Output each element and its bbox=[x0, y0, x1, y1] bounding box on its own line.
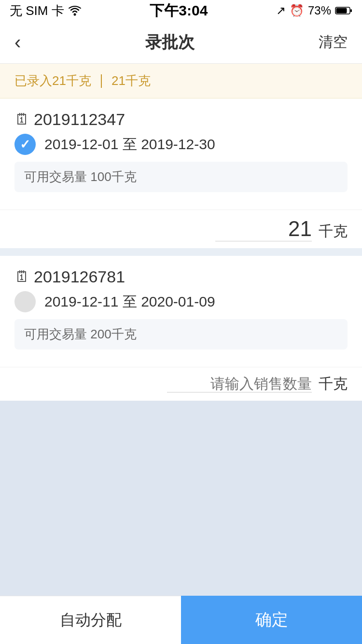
batch-item-1: 🗓 2019112347 ✓ 2019-12-01 至 2019-12-30 可… bbox=[0, 98, 362, 210]
status-time: 下午3:04 bbox=[150, 1, 208, 21]
page-title: 录批次 bbox=[145, 31, 195, 54]
svg-rect-2 bbox=[350, 9, 352, 12]
batch-item-2: 🗓 2019126781 2019-12-11 至 2020-01-09 可用交… bbox=[0, 256, 362, 367]
batch-1-header: 🗓 2019112347 bbox=[14, 110, 348, 129]
batch-2-id: 2019126781 bbox=[34, 267, 125, 286]
gray-area bbox=[0, 401, 362, 603]
recorded-value: 21千克 bbox=[111, 72, 151, 89]
section-divider bbox=[0, 248, 362, 256]
batch-1-id: 2019112347 bbox=[34, 110, 125, 129]
battery-icon bbox=[335, 6, 352, 15]
checkmark-icon: ✓ bbox=[20, 137, 30, 152]
batch-1-unit: 千克 bbox=[319, 222, 348, 241]
status-left: 无 SIM 卡 bbox=[10, 2, 82, 19]
batch-2-date: 2019-12-11 至 2020-01-09 bbox=[44, 292, 215, 312]
back-button[interactable]: ‹ bbox=[14, 31, 21, 53]
no-sim-text: 无 SIM 卡 bbox=[10, 2, 64, 19]
clear-button[interactable]: 清空 bbox=[319, 32, 348, 52]
confirm-button[interactable]: 确定 bbox=[181, 596, 362, 644]
batch-1-available: 可用交易量 100千克 bbox=[14, 162, 348, 192]
batch-2-checkbox[interactable] bbox=[14, 291, 36, 312]
batch-1-amount-input[interactable] bbox=[215, 217, 312, 241]
auto-distribute-button[interactable]: 自动分配 bbox=[0, 596, 181, 644]
wifi-icon bbox=[68, 5, 82, 16]
batch-2-amount-row: 千克 bbox=[0, 367, 362, 401]
batch-2-date-row: 2019-12-11 至 2020-01-09 bbox=[14, 291, 348, 312]
nav-bar: ‹ 录批次 清空 bbox=[0, 21, 362, 64]
arrow-icon: ↗ bbox=[276, 4, 286, 17]
info-divider bbox=[101, 74, 102, 88]
batch-2-amount-input[interactable] bbox=[167, 376, 312, 392]
batch-2-header: 🗓 2019126781 bbox=[14, 267, 348, 286]
batch-1-date: 2019-12-01 至 2019-12-30 bbox=[44, 135, 215, 154]
status-right: ↗ ⏰ 73% bbox=[276, 4, 352, 17]
status-bar: 无 SIM 卡 下午3:04 ↗ ⏰ 73% bbox=[0, 0, 362, 21]
svg-point-0 bbox=[73, 14, 76, 16]
bottom-bar: 自动分配 确定 bbox=[0, 596, 362, 644]
battery-percent: 73% bbox=[308, 4, 331, 17]
batch-1-checkbox[interactable]: ✓ bbox=[14, 134, 36, 155]
alarm-icon: ⏰ bbox=[290, 4, 304, 17]
batch-1-id-icon: 🗓 bbox=[14, 111, 30, 128]
batch-2-available: 可用交易量 200千克 bbox=[14, 319, 348, 350]
batch-1-date-row: ✓ 2019-12-01 至 2019-12-30 bbox=[14, 134, 348, 155]
info-bar: 已录入21千克 21千克 bbox=[0, 64, 362, 98]
batch-2-id-icon: 🗓 bbox=[14, 268, 30, 286]
batch-1-amount-row: 千克 bbox=[0, 210, 362, 248]
batch-2-unit: 千克 bbox=[319, 374, 348, 394]
recorded-label: 已录入21千克 bbox=[14, 72, 91, 89]
svg-rect-3 bbox=[336, 8, 347, 14]
